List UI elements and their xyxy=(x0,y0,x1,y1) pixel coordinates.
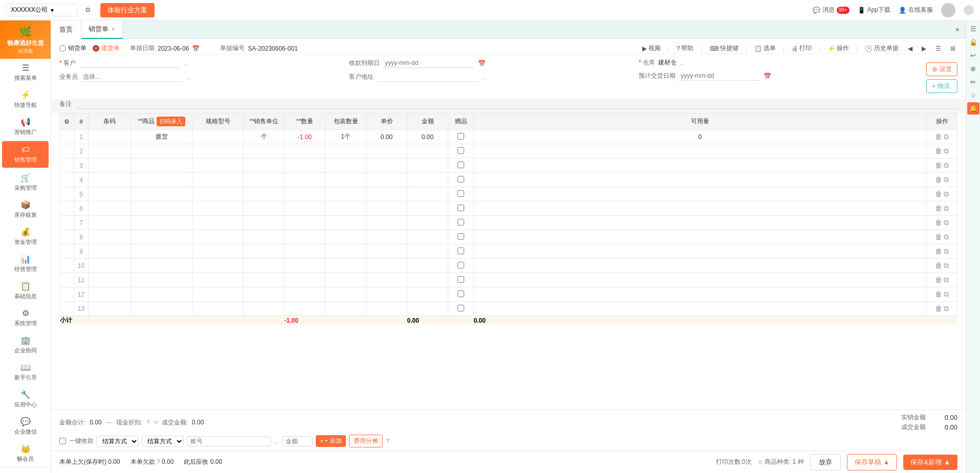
history-btn[interactable]: 🕒 历史单据 xyxy=(863,43,901,54)
delete-row-btn[interactable]: 🗑 xyxy=(935,147,942,155)
rf-btn-star[interactable]: ☆ xyxy=(967,89,979,101)
row-product[interactable]: 拨货 xyxy=(131,130,192,144)
logistics-btn[interactable]: + 物流 xyxy=(926,79,957,93)
row-unit[interactable] xyxy=(244,144,285,159)
row-unit[interactable] xyxy=(244,273,285,287)
tab-home[interactable]: 首页 xyxy=(51,20,81,39)
barcode-input[interactable] xyxy=(92,262,127,269)
sidebar-item-wechat[interactable]: 💬 企业微信 xyxy=(0,413,51,440)
sidebar-item-search[interactable]: ☰ 搜索菜单 xyxy=(0,59,51,86)
copy-row-btn[interactable]: ⧉ xyxy=(944,218,949,227)
row-unit-price[interactable] xyxy=(366,159,407,173)
barcode-input[interactable] xyxy=(92,234,127,241)
expense-btn[interactable]: 费用分摊 xyxy=(349,435,383,447)
barcode-input[interactable] xyxy=(92,191,127,198)
copy-row-btn[interactable]: ⧉ xyxy=(944,304,949,313)
row-gift[interactable] xyxy=(448,230,474,244)
copy-row-btn[interactable]: ⧉ xyxy=(944,276,949,284)
sidebar-item-sales[interactable]: 🏷 销售管理 xyxy=(2,141,49,168)
message-button[interactable]: 💬 消息 99+ xyxy=(813,6,850,14)
delete-row-btn[interactable]: 🗑 xyxy=(935,290,942,298)
row-product[interactable] xyxy=(131,187,192,201)
sidebar-item-quick-nav[interactable]: ⚡ 快捷导航 xyxy=(0,86,51,113)
row-gift[interactable] xyxy=(448,302,474,316)
row-unit-price[interactable] xyxy=(366,273,407,287)
note-input[interactable] xyxy=(76,99,957,109)
row-amount[interactable] xyxy=(407,287,448,302)
settings-button[interactable]: ⚙ xyxy=(81,3,95,17)
gift-checkbox[interactable] xyxy=(458,147,464,154)
row-quantity[interactable] xyxy=(285,173,325,187)
row-unit-price[interactable] xyxy=(366,216,407,230)
table-gear-icon[interactable]: ⚙ xyxy=(64,118,70,125)
rf-btn-edit[interactable]: ✏ xyxy=(967,76,979,88)
row-amount[interactable] xyxy=(407,173,448,187)
settings-form-btn[interactable]: ⚙ 设置 xyxy=(926,62,957,76)
gift-checkbox[interactable] xyxy=(458,133,464,140)
row-gift[interactable] xyxy=(448,159,474,173)
row-quantity[interactable] xyxy=(285,144,325,159)
row-quantity[interactable] xyxy=(285,244,325,259)
row-unit-price[interactable] xyxy=(366,230,407,244)
row-gift[interactable] xyxy=(448,201,474,216)
radio-return-input[interactable] xyxy=(93,45,99,52)
sidebar-item-apps[interactable]: 🔧 应用中心 xyxy=(0,386,51,413)
discount-help-icon[interactable]: ? xyxy=(146,419,150,426)
sidebar-item-member[interactable]: 👑 畅会员 xyxy=(0,440,51,467)
delete-row-btn[interactable]: 🗑 xyxy=(935,175,942,184)
delete-row-btn[interactable]: 🗑 xyxy=(935,132,942,141)
row-spec[interactable] xyxy=(192,159,244,173)
rf-btn-lock[interactable]: 🔒 xyxy=(967,36,979,48)
delete-row-btn[interactable]: 🗑 xyxy=(935,247,942,255)
row-unit-price[interactable] xyxy=(366,173,407,187)
expense-help-icon[interactable]: ? xyxy=(386,438,389,445)
calc-method-select[interactable]: 结算方式 xyxy=(97,436,139,447)
row-quantity[interactable] xyxy=(285,216,325,230)
delete-row-btn[interactable]: 🗑 xyxy=(935,233,942,241)
sidebar-item-purchase[interactable]: 🛒 采购管理 xyxy=(0,169,51,196)
print-btn[interactable]: 🖨 打印 xyxy=(790,43,814,54)
row-pkg-qty[interactable] xyxy=(325,173,366,187)
pay-method-select[interactable]: 结算方式 xyxy=(142,436,184,447)
gift-checkbox[interactable] xyxy=(458,219,464,226)
row-amount[interactable]: 0.00 xyxy=(407,130,448,144)
row-pkg-qty[interactable] xyxy=(325,216,366,230)
salesperson-input[interactable] xyxy=(81,72,183,82)
gift-checkbox[interactable] xyxy=(458,176,464,183)
warehouse-dots-btn[interactable]: ... xyxy=(680,59,685,66)
customer-input[interactable] xyxy=(79,58,181,68)
next-btn[interactable]: ▶ xyxy=(920,44,928,53)
row-amount[interactable] xyxy=(407,244,448,259)
save-new-btn[interactable]: 保存&新增 ▲ xyxy=(903,455,957,470)
delete-row-btn[interactable]: 🗑 xyxy=(935,204,942,212)
row-barcode[interactable] xyxy=(89,187,131,201)
gift-checkbox[interactable] xyxy=(458,233,464,240)
gift-checkbox[interactable] xyxy=(458,262,464,268)
gift-checkbox[interactable] xyxy=(458,205,464,211)
rf-btn-notify[interactable]: 🔔 xyxy=(967,102,979,115)
row-pkg-qty[interactable] xyxy=(325,302,366,316)
row-spec[interactable] xyxy=(192,173,244,187)
row-unit[interactable]: 个 xyxy=(244,130,285,144)
row-quantity[interactable] xyxy=(285,159,325,173)
row-gift[interactable] xyxy=(448,259,474,273)
row-gift[interactable] xyxy=(448,130,474,144)
prev-btn[interactable]: ◀ xyxy=(906,44,914,53)
customer-dots-btn[interactable]: ... xyxy=(184,60,189,67)
row-spec[interactable] xyxy=(192,130,244,144)
row-amount[interactable] xyxy=(407,273,448,287)
barcode-input[interactable] xyxy=(92,176,127,184)
row-quantity[interactable]: -1.00 xyxy=(285,130,325,144)
grid2-view-btn[interactable]: ⊞ xyxy=(948,44,957,53)
row-unit-price[interactable] xyxy=(366,144,407,159)
row-amount[interactable] xyxy=(407,302,448,316)
row-product[interactable] xyxy=(131,259,192,273)
row-product[interactable] xyxy=(131,244,192,259)
account-input[interactable] xyxy=(187,436,271,446)
row-product[interactable] xyxy=(131,201,192,216)
row-amount[interactable] xyxy=(407,259,448,273)
one-pay-checkbox[interactable] xyxy=(59,438,66,444)
row-spec[interactable] xyxy=(192,259,244,273)
tab-sales-order[interactable]: 销货单 × xyxy=(81,20,123,39)
delete-row-btn[interactable]: 🗑 xyxy=(935,161,942,169)
